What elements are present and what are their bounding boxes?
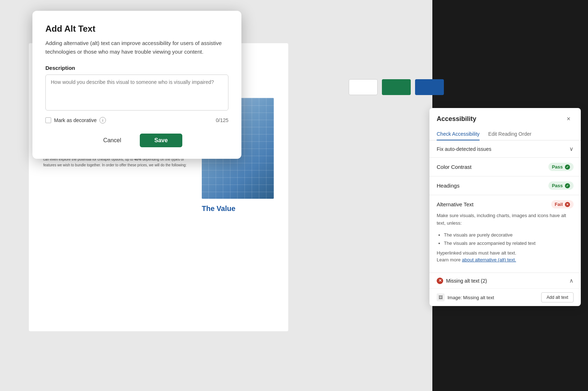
- color-contrast-status: Pass: [552, 164, 563, 170]
- modal-field-label: Description: [45, 65, 228, 71]
- headings-badge: Pass ✓: [548, 181, 574, 190]
- alt-text-learn-more-link[interactable]: about alternative (alt) text.: [462, 257, 516, 262]
- fix-issues-header[interactable]: Fix auto-detected issues ∨: [429, 140, 581, 157]
- alt-text-header: Alternative Text Fail ✕: [437, 200, 574, 208]
- headings-label: Headings: [437, 183, 459, 189]
- panel-body: Fix auto-detected issues ∨ Color Contras…: [429, 140, 581, 306]
- save-button[interactable]: Save: [140, 134, 182, 147]
- decorative-info-icon[interactable]: i: [99, 117, 106, 123]
- image-thumbnail-icon: 🖼: [437, 293, 445, 301]
- alt-text-bullet-2: The visuals are accompanied by related t…: [444, 239, 574, 247]
- headings-pass-icon: ✓: [565, 183, 570, 188]
- cancel-button[interactable]: Cancel: [92, 134, 133, 147]
- fix-issues-label: Fix auto-detected issues: [437, 146, 491, 152]
- missing-alt-row: 🖼 Image: Missing alt text Add alt text: [429, 288, 581, 306]
- modal-checkbox-row: Mark as decorative i: [45, 117, 106, 123]
- color-swatches-row: [349, 79, 444, 95]
- missing-alt-label: Missing alt text (2): [446, 278, 487, 284]
- color-contrast-label: Color Contrast: [437, 164, 472, 170]
- alt-text-badge: Fail ✕: [551, 200, 574, 208]
- missing-alt-chevron-icon: ∧: [569, 277, 574, 284]
- modal-actions: Cancel Save: [45, 134, 228, 147]
- missing-alt-header[interactable]: ✕ Missing alt text (2) ∧: [429, 273, 581, 288]
- modal-description: Adding alternative (alt) text can improv…: [45, 39, 228, 56]
- panel-title: Accessibility: [437, 115, 476, 123]
- tab-check-accessibility[interactable]: Check Accessibility: [437, 128, 480, 140]
- add-alt-text-button[interactable]: Add alt text: [541, 292, 574, 302]
- alt-text-learn-more: Learn more about alternative (alt) text.: [437, 257, 574, 262]
- alt-text-hyperlinked: Hyperlinked visuals must have alt text.: [437, 250, 574, 256]
- alt-text-list: The visuals are purely decorative The vi…: [437, 231, 574, 248]
- add-alt-text-modal: Add Alt Text Adding alternative (alt) te…: [32, 11, 241, 159]
- alt-text-status: Fail: [555, 202, 563, 207]
- chevron-down-icon: ∨: [569, 145, 574, 152]
- accessibility-panel: Accessibility × Check Accessibility Edit…: [429, 108, 581, 306]
- alt-text-desc: Make sure visuals, including charts, ima…: [437, 212, 574, 227]
- color-contrast-badge: Pass ✓: [548, 163, 574, 171]
- decorative-checkbox[interactable]: [45, 117, 51, 123]
- alt-text-label: Alternative Text: [437, 201, 473, 207]
- color-contrast-item[interactable]: Color Contrast Pass ✓: [429, 157, 581, 176]
- panel-close-button[interactable]: ×: [564, 114, 574, 124]
- panel-tabs: Check Accessibility Edit Reading Order: [429, 128, 581, 140]
- modal-char-count: 0/125: [216, 117, 228, 123]
- alt-text-section: Alternative Text Fail ✕ Make sure visual…: [429, 195, 581, 273]
- missing-alt-item-label: 🖼 Image: Missing alt text: [437, 293, 494, 301]
- missing-alt-left: ✕ Missing alt text (2): [437, 278, 487, 284]
- alt-text-bullet-1: The visuals are purely decorative: [444, 231, 574, 239]
- fail-x-icon: ✕: [565, 202, 570, 207]
- swatch-white[interactable]: [349, 79, 378, 95]
- modal-overlay: Add Alt Text Adding alternative (alt) te…: [0, 0, 274, 391]
- swatch-blue[interactable]: [415, 79, 444, 95]
- decorative-checkbox-label: Mark as decorative: [54, 117, 97, 123]
- pass-check-icon: ✓: [565, 165, 570, 170]
- tab-edit-reading-order[interactable]: Edit Reading Order: [488, 128, 531, 140]
- modal-bottom-row: Mark as decorative i 0/125: [45, 117, 228, 123]
- modal-title: Add Alt Text: [45, 24, 228, 34]
- fail-circle-icon: ✕: [437, 278, 443, 284]
- headings-status: Pass: [552, 183, 563, 188]
- panel-header: Accessibility ×: [429, 108, 581, 124]
- headings-item[interactable]: Headings Pass ✓: [429, 176, 581, 195]
- swatch-green[interactable]: [382, 79, 411, 95]
- alt-text-textarea[interactable]: [45, 75, 228, 111]
